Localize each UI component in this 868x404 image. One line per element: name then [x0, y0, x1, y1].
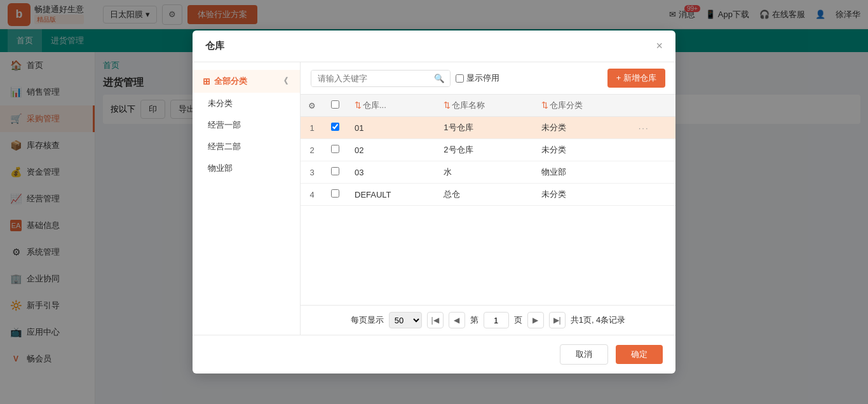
- new-warehouse-button[interactable]: + 新增仓库: [607, 69, 665, 88]
- row-more: [631, 184, 675, 206]
- row-num: 2: [301, 139, 323, 161]
- th-actions: [631, 95, 675, 117]
- row-name: 2号仓库: [436, 139, 533, 161]
- row-id: 02: [347, 139, 436, 161]
- row-more: ···: [631, 117, 675, 139]
- modal-body: ⊞ 全部分类 《 未分类 经营一部 经营二部 物业部 🔍 显示停用 + 新增仓库: [193, 62, 675, 335]
- row-category: 未分类: [534, 139, 631, 161]
- right-panel: 🔍 显示停用 + 新增仓库 ⚙ ⇅仓库... ⇅仓库名称: [301, 62, 675, 335]
- row-num: 4: [301, 184, 323, 206]
- row-category: 物业部: [534, 161, 631, 184]
- row-name: 总仓: [436, 184, 533, 206]
- modal-title: 仓库: [205, 40, 224, 52]
- row-name: 水: [436, 161, 533, 184]
- row-name: 1号仓库: [436, 117, 533, 139]
- total-label: 共1页, 4条记录: [571, 314, 626, 326]
- table-row[interactable]: 1 01 1号仓库 未分类 ···: [301, 117, 675, 139]
- page-label: 页: [514, 314, 522, 326]
- prev-page-button[interactable]: ◀: [449, 312, 465, 328]
- search-box: 🔍: [311, 70, 451, 87]
- cancel-button[interactable]: 取消: [560, 344, 608, 365]
- row-id: 01: [347, 117, 436, 139]
- cat-item-uncategorized[interactable]: 未分类: [193, 93, 300, 114]
- table-row[interactable]: 2 02 2号仓库 未分类: [301, 139, 675, 161]
- show-disabled-label[interactable]: 显示停用: [456, 72, 499, 84]
- select-all-checkbox[interactable]: [331, 100, 339, 109]
- th-gear: ⚙: [301, 95, 323, 117]
- category-panel: ⊞ 全部分类 《 未分类 经营一部 经营二部 物业部: [193, 62, 301, 335]
- row-checkbox[interactable]: [323, 184, 347, 206]
- table-header-row: ⚙ ⇅仓库... ⇅仓库名称 ⇅仓库分类: [301, 95, 675, 117]
- per-page-select[interactable]: 50 100 200: [389, 312, 422, 328]
- row-id: 03: [347, 161, 436, 184]
- grid-icon: ⊞: [203, 76, 210, 86]
- page-label-first: 第: [470, 314, 478, 326]
- pagination: 每页显示 50 100 200 |◀ ◀ 第 页 ▶ ▶| 共1页, 4条记录: [301, 305, 675, 335]
- table-row[interactable]: 3 03 水 物业部: [301, 161, 675, 184]
- row-category: 未分类: [534, 184, 631, 206]
- th-warehouse-id[interactable]: ⇅仓库...: [347, 95, 436, 117]
- per-page-label: 每页显示: [351, 314, 384, 326]
- row-category: 未分类: [534, 117, 631, 139]
- collapse-button[interactable]: 《: [277, 75, 290, 88]
- row-more: [631, 161, 675, 184]
- cat-all-label: 全部分类: [214, 76, 247, 87]
- next-page-button[interactable]: ▶: [527, 312, 544, 328]
- search-button[interactable]: 🔍: [429, 71, 450, 86]
- th-checkbox: [323, 95, 347, 117]
- warehouse-modal: 仓库 × ⊞ 全部分类 《 未分类 经营一部 经营二部 物业部 🔍: [193, 30, 675, 374]
- confirm-button[interactable]: 确定: [616, 345, 663, 364]
- cat-all-item[interactable]: ⊞ 全部分类 《: [193, 70, 300, 93]
- row-checkbox[interactable]: [323, 161, 347, 184]
- modal-close-button[interactable]: ×: [656, 39, 663, 53]
- row-more: [631, 139, 675, 161]
- show-disabled-checkbox[interactable]: [456, 74, 464, 83]
- cat-item-property[interactable]: 物业部: [193, 158, 300, 179]
- modal-footer: 取消 确定: [193, 335, 675, 374]
- row-id: DEFAULT: [347, 184, 436, 206]
- modal-header: 仓库 ×: [193, 30, 675, 62]
- search-input[interactable]: [311, 71, 429, 86]
- first-page-button[interactable]: |◀: [427, 312, 444, 328]
- page-number-input[interactable]: [484, 312, 509, 328]
- warehouse-table: ⚙ ⇅仓库... ⇅仓库名称 ⇅仓库分类 1 01 1号仓库 未分类 ···: [301, 95, 675, 305]
- th-warehouse-name[interactable]: ⇅仓库名称: [436, 95, 533, 117]
- cat-item-operation2[interactable]: 经营二部: [193, 136, 300, 158]
- last-page-button[interactable]: ▶|: [549, 312, 566, 328]
- right-toolbar: 🔍 显示停用 + 新增仓库: [301, 62, 675, 95]
- cat-item-operation1[interactable]: 经营一部: [193, 114, 300, 136]
- table-row[interactable]: 4 DEFAULT 总仓 未分类: [301, 184, 675, 206]
- row-checkbox[interactable]: [323, 117, 347, 139]
- row-checkbox[interactable]: [323, 139, 347, 161]
- row-num: 1: [301, 117, 323, 139]
- row-num: 3: [301, 161, 323, 184]
- th-warehouse-category[interactable]: ⇅仓库分类: [534, 95, 631, 117]
